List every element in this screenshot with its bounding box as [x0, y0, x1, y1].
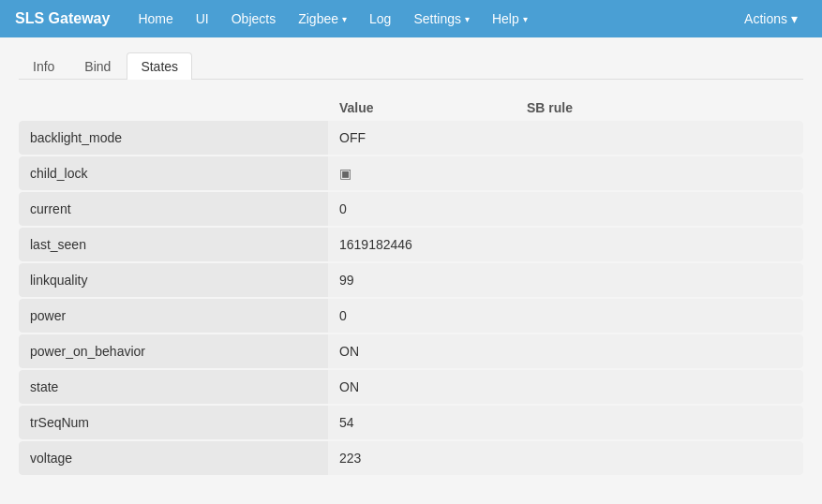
- row-sbrule: [516, 156, 803, 190]
- nav-settings[interactable]: Settings ▾: [404, 6, 479, 32]
- nav-log[interactable]: Log: [360, 6, 400, 32]
- row-value: 99: [328, 263, 516, 297]
- row-sbrule: [516, 192, 803, 226]
- nav-home[interactable]: Home: [128, 6, 182, 32]
- table-header: Value SB rule: [19, 95, 803, 121]
- row-sbrule: [516, 121, 803, 155]
- table-row: child_lock ▣: [19, 156, 803, 190]
- navbar: SLS Gateway Home UI Objects Zigbee ▾ Log…: [0, 0, 822, 37]
- table-row: linkquality 99: [19, 263, 803, 297]
- row-sbrule: [516, 334, 803, 368]
- zigbee-dropdown-icon: ▾: [342, 14, 347, 24]
- col-sbrule-header: SB rule: [527, 100, 792, 115]
- table-row: voltage 223: [19, 441, 803, 475]
- table-row: power 0: [19, 299, 803, 333]
- row-sbrule: [516, 263, 803, 297]
- row-name: linkquality: [19, 263, 328, 297]
- row-value: 54: [328, 406, 516, 439]
- row-sbrule: [516, 406, 803, 439]
- col-value-header: Value: [339, 100, 527, 115]
- row-sbrule: [516, 299, 803, 333]
- tab-info[interactable]: Info: [19, 52, 68, 80]
- table-row: backlight_mode OFF: [19, 121, 803, 155]
- row-name: power_on_behavior: [19, 334, 328, 368]
- row-name: last_seen: [19, 228, 328, 261]
- row-value: 1619182446: [328, 228, 516, 261]
- tab-bind[interactable]: Bind: [70, 52, 125, 80]
- actions-dropdown-icon: ▾: [791, 11, 798, 26]
- main-content: Info Bind States Value SB rule backlight…: [0, 37, 822, 492]
- checkbox-icon: ▣: [339, 166, 351, 181]
- states-table: Value SB rule backlight_mode OFF child_l…: [19, 95, 803, 475]
- row-value: ▣: [328, 156, 516, 190]
- row-name: voltage: [19, 441, 328, 475]
- row-value: 0: [328, 299, 516, 333]
- nav-ui[interactable]: UI: [187, 6, 218, 32]
- brand[interactable]: SLS Gateway: [15, 10, 110, 27]
- nav-zigbee[interactable]: Zigbee ▾: [289, 6, 356, 32]
- row-value: OFF: [328, 121, 516, 155]
- row-name: trSeqNum: [19, 406, 328, 439]
- nav-help[interactable]: Help ▾: [483, 6, 537, 32]
- table-row: current 0: [19, 192, 803, 226]
- tab-bar: Info Bind States: [19, 52, 803, 80]
- row-value: 0: [328, 192, 516, 226]
- table-row: power_on_behavior ON: [19, 334, 803, 368]
- row-name: backlight_mode: [19, 121, 328, 155]
- row-name: state: [19, 370, 328, 404]
- row-name: current: [19, 192, 328, 226]
- row-sbrule: [516, 441, 803, 475]
- row-sbrule: [516, 370, 803, 404]
- row-name: child_lock: [19, 156, 328, 190]
- row-name: power: [19, 299, 328, 333]
- actions-button[interactable]: Actions ▾: [735, 6, 807, 32]
- tab-states[interactable]: States: [127, 52, 192, 80]
- nav-menu: Home UI Objects Zigbee ▾ Log Settings ▾ …: [128, 6, 735, 32]
- settings-dropdown-icon: ▾: [465, 14, 470, 24]
- table-row: last_seen 1619182446: [19, 228, 803, 261]
- navbar-actions: Actions ▾: [735, 6, 807, 32]
- table-row: trSeqNum 54: [19, 406, 803, 439]
- table-row: state ON: [19, 370, 803, 404]
- row-sbrule: [516, 228, 803, 261]
- col-name-header: [30, 100, 339, 115]
- nav-objects[interactable]: Objects: [222, 6, 285, 32]
- row-value: ON: [328, 370, 516, 404]
- row-value: 223: [328, 441, 516, 475]
- help-dropdown-icon: ▾: [523, 14, 528, 24]
- row-value: ON: [328, 334, 516, 368]
